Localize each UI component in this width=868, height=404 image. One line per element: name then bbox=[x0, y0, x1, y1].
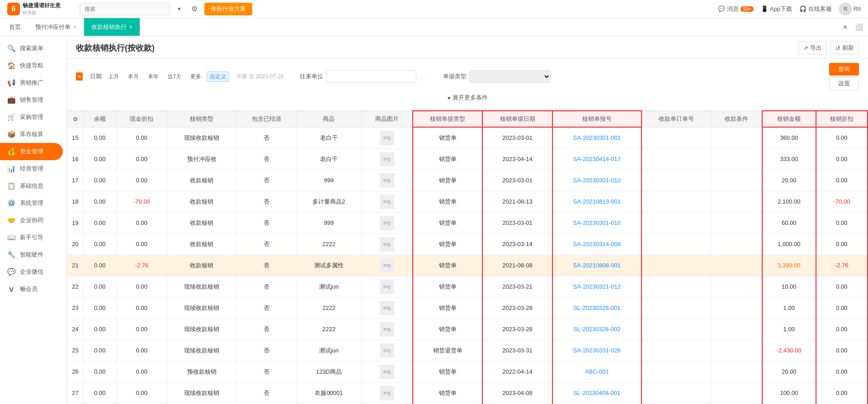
date-opt-custom[interactable]: 自定义 bbox=[207, 71, 229, 82]
writeoff-type-cell: 收款核销 bbox=[167, 170, 236, 191]
table-row: 150.000.00现续收款核销否老白干img销货单2023-03-01SA-2… bbox=[67, 127, 868, 148]
writeoff-bill-no-cell[interactable]: ABC-001 bbox=[552, 361, 642, 382]
include-settled-cell: 否 bbox=[236, 255, 297, 276]
sidebar-item-guide[interactable]: 📖 新手引导 bbox=[0, 229, 66, 246]
date-opt-this-year[interactable]: 本年 bbox=[144, 72, 162, 81]
balance-cell: 0.00 bbox=[84, 191, 117, 212]
writeoff-bill-no-cell[interactable]: SA-20210808-001 bbox=[552, 255, 642, 276]
writeoff-bill-no-cell[interactable]: SA-20230331-026 bbox=[552, 340, 642, 361]
writeoff-bill-no-cell[interactable]: SA-20230301-010 bbox=[552, 212, 642, 233]
bill-no-link[interactable]: SA-20230414-017 bbox=[573, 156, 621, 162]
writeoff-bill-type-cell: 销货单 bbox=[413, 191, 482, 212]
writeoff-bill-no-cell[interactable]: SA-20230414-017 bbox=[552, 148, 642, 170]
writeoff-bill-type-cell: 销货单 bbox=[413, 297, 482, 318]
sidebar-item-wechat[interactable]: 💬 企业微信 bbox=[0, 263, 66, 280]
writeoff-bill-type-cell: 销货单 bbox=[413, 318, 482, 340]
tab-writeoff[interactable]: 收款核销执行 × bbox=[84, 18, 140, 36]
sidebar-item-finance[interactable]: 💰 资金管理 bbox=[0, 143, 63, 160]
writeoff-bill-date-cell: 2023-03-28 bbox=[482, 318, 552, 340]
receipt-type-select[interactable] bbox=[469, 70, 551, 83]
goods-cell: 123D商品 bbox=[296, 361, 361, 382]
writeoff-bill-no-cell[interactable]: SA-20230321-012 bbox=[552, 276, 642, 297]
export-button[interactable]: ↗ 导出 bbox=[798, 42, 827, 54]
sidebar-item-basic[interactable]: 📋 基础信息 bbox=[0, 177, 66, 195]
th-include-settled: 包含已结清 bbox=[236, 111, 297, 127]
setting-button[interactable]: 设置 bbox=[829, 77, 859, 90]
sidebar-item-sales[interactable]: 💼 销售管理 bbox=[0, 91, 66, 109]
settings-icon[interactable]: ⚙ bbox=[188, 3, 201, 15]
top-bar-right: 💬 消息 99+ 📱 App下载 🎧 在线客服 R Rit bbox=[718, 3, 861, 15]
writeoff-amount-cell: 20.00 bbox=[762, 170, 816, 191]
th-gear[interactable]: ⚙ bbox=[67, 111, 84, 127]
app-download-btn[interactable]: 📱 App下载 bbox=[761, 5, 792, 13]
sidebar-item-purchase[interactable]: 🛒 采购管理 bbox=[0, 109, 66, 126]
tab-prepay[interactable]: 预付冲应付单 × bbox=[28, 18, 84, 36]
expand-button[interactable]: ▾ 展开更多条件 bbox=[444, 92, 491, 104]
refresh-button[interactable]: ↺ 刷新 bbox=[830, 42, 859, 54]
receipt-order-no-cell bbox=[642, 297, 711, 318]
online-service-btn[interactable]: 🎧 在线客服 bbox=[799, 5, 832, 13]
bill-no-link[interactable]: SA-20210813-001 bbox=[573, 198, 621, 205]
bill-no-link[interactable]: SL-20230408-001 bbox=[573, 390, 620, 396]
sidebar-item-marketing[interactable]: 📢 营销推广 bbox=[0, 74, 66, 91]
partner-dots[interactable]: ... bbox=[419, 73, 427, 80]
sidebar-item-system[interactable]: ⚙️ 系统管理 bbox=[0, 195, 66, 212]
cash-discount-cell: 0.00 bbox=[116, 382, 167, 404]
writeoff-bill-no-cell[interactable]: SA-20230301-010 bbox=[552, 170, 642, 191]
sidebar-item-enterprise[interactable]: 🤝 企业协同 bbox=[0, 212, 66, 229]
partner-input[interactable] bbox=[326, 70, 416, 83]
table-row: 180.00-70.00收款核销否多计量商品2img销货单2021-08-13S… bbox=[67, 191, 868, 212]
bill-no-link[interactable]: SA-20210808-001 bbox=[573, 262, 621, 269]
collapse-arrow[interactable]: » bbox=[76, 72, 83, 81]
date-opt-this-month[interactable]: 本月 bbox=[124, 72, 142, 81]
bill-no-link[interactable]: ABC-001 bbox=[585, 368, 609, 375]
maximize-btn[interactable]: ⬜ bbox=[854, 22, 864, 33]
close-window-btn[interactable]: ✕ bbox=[840, 22, 851, 33]
page-title: 收款核销执行(按收款) bbox=[76, 43, 155, 53]
sidebar-item-vip[interactable]: V 畅会员 bbox=[0, 280, 66, 298]
goods-img-cell: img bbox=[361, 148, 413, 170]
writeoff-bill-date-cell: 2023-03-01 bbox=[482, 212, 552, 233]
bill-no-link[interactable]: SA-20230314-008 bbox=[573, 241, 621, 247]
tab-home[interactable]: 首页 bbox=[2, 18, 28, 36]
messages-btn[interactable]: 💬 消息 99+ bbox=[718, 5, 754, 13]
sidebar-item-search[interactable]: 🔍 搜索菜单 bbox=[0, 40, 66, 57]
query-button[interactable]: 查询 bbox=[829, 63, 859, 76]
bill-no-link[interactable]: SL-20230328-002 bbox=[573, 326, 620, 333]
sidebar-item-inventory[interactable]: 📦 库存核算 bbox=[0, 126, 66, 143]
bill-no-link[interactable]: SA-20230321-012 bbox=[573, 283, 621, 290]
include-settled-cell: 否 bbox=[236, 297, 297, 318]
goods-cell: 衣服00001 bbox=[296, 382, 361, 404]
goods-cell: 999 bbox=[296, 170, 361, 191]
date-opt-7days[interactable]: 近7天 bbox=[164, 72, 185, 81]
goods-cell: 老白干 bbox=[296, 148, 361, 170]
dropdown-icon[interactable]: ▾ bbox=[174, 4, 184, 14]
bill-no-link[interactable]: SA-20230301-010 bbox=[573, 219, 621, 226]
writeoff-bill-no-cell[interactable]: SL-20230328-001 bbox=[552, 297, 642, 318]
th-balance: 余额 bbox=[84, 111, 117, 127]
hardware-icon: 🔧 bbox=[7, 251, 15, 259]
sidebar-item-operations[interactable]: 📊 经营管理 bbox=[0, 160, 66, 177]
bill-no-link[interactable]: SL-20230328-001 bbox=[573, 304, 620, 311]
writeoff-bill-type-cell: 销货单 bbox=[413, 127, 482, 148]
writeoff-bill-no-cell[interactable]: SA-20210813-001 bbox=[552, 191, 642, 212]
cash-discount-cell: 0.00 bbox=[116, 170, 167, 191]
industry-button[interactable]: 体验行业方案 bbox=[204, 3, 252, 15]
writeoff-bill-no-cell[interactable]: SA-20230301-001 bbox=[552, 127, 642, 148]
table-row: 260.000.00预收款核销否123D商品img销货单2022-04-14AB… bbox=[67, 361, 868, 382]
bill-no-link[interactable]: SA-20230301-010 bbox=[573, 177, 621, 184]
bill-no-link[interactable]: SA-20230331-026 bbox=[573, 347, 621, 354]
sidebar-item-hardware[interactable]: 🔧 智能硬件 bbox=[0, 246, 66, 263]
user-profile[interactable]: R Rit bbox=[839, 3, 861, 15]
writeoff-bill-no-cell[interactable]: SL-20230328-002 bbox=[552, 318, 642, 340]
tab-close-prepay[interactable]: × bbox=[73, 24, 76, 30]
date-opt-last-month[interactable]: 上月 bbox=[104, 72, 123, 81]
goods-img-cell: img bbox=[361, 318, 413, 340]
search-input[interactable] bbox=[80, 3, 170, 15]
writeoff-bill-no-cell[interactable]: SA-20230314-008 bbox=[552, 233, 642, 255]
bill-no-link[interactable]: SA-20230301-001 bbox=[573, 134, 621, 141]
date-opt-more[interactable]: 更多 bbox=[187, 72, 205, 81]
tab-close-writeoff[interactable]: × bbox=[129, 24, 132, 30]
writeoff-bill-no-cell[interactable]: SL-20230408-001 bbox=[552, 382, 642, 404]
sidebar-item-nav[interactable]: 🏠 快捷导航 bbox=[0, 57, 66, 74]
